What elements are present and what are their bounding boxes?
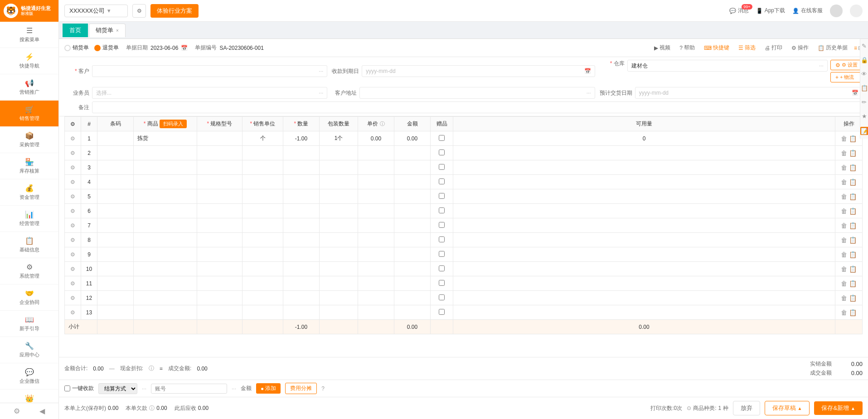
sidebar-item-search[interactable]: ☰ 搜索菜单 <box>0 22 58 48</box>
cell-gift-2[interactable] <box>431 160 453 175</box>
cell-qty-0[interactable]: -1.00 <box>283 131 320 146</box>
scan-button[interactable]: 扫码录入 <box>160 120 187 128</box>
cell-barcode-7[interactable] <box>97 233 134 247</box>
delete-icon-5[interactable]: 🗑 <box>841 207 847 215</box>
warehouse-input[interactable]: 建材仓 ··· <box>627 60 828 72</box>
copy-icon-10[interactable]: 📋 <box>849 280 857 287</box>
cell-amount-4[interactable] <box>394 189 431 204</box>
cell-qty-8[interactable] <box>283 247 320 262</box>
cell-pkg-qty-11[interactable] <box>320 291 358 305</box>
cell-product-5[interactable] <box>134 204 197 218</box>
cell-unit-6[interactable] <box>242 218 283 233</box>
history-button[interactable]: 📋 历史单据 <box>815 43 850 53</box>
cell-product-1[interactable] <box>134 146 197 160</box>
cell-unit-4[interactable] <box>242 189 283 204</box>
cell-settings-1[interactable]: ⚙ <box>65 146 81 160</box>
cell-pkg-qty-7[interactable] <box>320 233 358 247</box>
delete-icon-1[interactable]: 🗑 <box>841 149 847 157</box>
copy-icon-9[interactable]: 📋 <box>849 265 857 273</box>
sidebar-item-marketing[interactable]: 📢 营销推广 <box>0 74 58 101</box>
cell-unit-2[interactable] <box>242 160 283 175</box>
cell-unit-9[interactable] <box>242 262 283 276</box>
cell-gift-4[interactable] <box>431 189 453 204</box>
due-date-input[interactable]: yyyy-mm-dd 📅 <box>362 65 595 77</box>
cell-price-12[interactable] <box>358 305 394 320</box>
cell-spec-11[interactable] <box>197 291 242 305</box>
trial-button[interactable]: 体验行业方案 <box>150 4 199 18</box>
cell-unit-0[interactable]: 个 <box>242 131 283 146</box>
cell-qty-10[interactable] <box>283 276 320 291</box>
date-calendar-icon[interactable]: 📅 <box>181 45 188 51</box>
tab-home[interactable]: 首页 <box>63 24 88 37</box>
cell-product-7[interactable] <box>134 233 197 247</box>
cell-spec-2[interactable] <box>197 160 242 175</box>
delete-icon-11[interactable]: 🗑 <box>841 294 847 302</box>
cell-barcode-12[interactable] <box>97 305 134 320</box>
cell-product-6[interactable] <box>134 218 197 233</box>
cell-price-2[interactable] <box>358 160 394 175</box>
right-panel-icon-5[interactable]: ✏ <box>862 99 867 106</box>
cell-pkg-qty-0[interactable]: 1个 <box>320 131 358 146</box>
cell-unit-1[interactable] <box>242 146 283 160</box>
right-panel-icon-3[interactable]: 👁 <box>861 71 867 77</box>
cell-barcode-3[interactable] <box>97 175 134 189</box>
one-click-payment-checkbox[interactable]: 一键收款 <box>64 385 94 392</box>
cell-qty-4[interactable] <box>283 189 320 204</box>
sidebar-item-apps[interactable]: 🔧 应用中心 <box>0 337 58 363</box>
cell-pkg-qty-3[interactable] <box>320 175 358 189</box>
cell-pkg-qty-5[interactable] <box>320 204 358 218</box>
cell-product-2[interactable] <box>134 160 197 175</box>
cell-gift-6[interactable] <box>431 218 453 233</box>
cell-price-5[interactable] <box>358 204 394 218</box>
messages-button[interactable]: 💬 消息 99+ <box>729 7 749 14</box>
collapse-icon[interactable]: ◀ <box>39 407 45 415</box>
copy-icon-12[interactable]: 📋 <box>849 309 857 316</box>
help-button[interactable]: ? 帮助 <box>677 43 698 53</box>
cell-price-0[interactable]: 0.00 <box>358 131 394 146</box>
cell-amount-6[interactable] <box>394 218 431 233</box>
cell-unit-10[interactable] <box>242 276 283 291</box>
cell-spec-0[interactable] <box>197 131 242 146</box>
sidebar-item-wechat[interactable]: 💬 企业微信 <box>0 363 58 390</box>
cell-product-3[interactable] <box>134 175 197 189</box>
sidebar-item-system[interactable]: ⚙ 系统管理 <box>0 258 58 284</box>
save-draft-button[interactable]: 保存草稿 ▲ <box>765 401 810 415</box>
cell-gift-9[interactable] <box>431 262 453 276</box>
cell-product-11[interactable] <box>134 291 197 305</box>
add-payment-button[interactable]: ● 添加 <box>256 383 281 394</box>
cell-settings-0[interactable]: ⚙ <box>65 131 81 146</box>
cell-pkg-qty-6[interactable] <box>320 218 358 233</box>
shortcut-button[interactable]: ⌨ 快捷键 <box>701 43 732 53</box>
salesperson-input[interactable]: 选择... ··· <box>92 87 327 99</box>
cell-price-4[interactable] <box>358 189 394 204</box>
cell-price-8[interactable] <box>358 247 394 262</box>
video-button[interactable]: ▶ 视频 <box>651 43 673 53</box>
delete-icon-8[interactable]: 🗑 <box>841 251 847 258</box>
cell-product-8[interactable] <box>134 247 197 262</box>
copy-icon-8[interactable]: 📋 <box>849 251 857 258</box>
cell-price-6[interactable] <box>358 218 394 233</box>
right-panel-icon-7[interactable]: 📝 <box>860 127 868 135</box>
cell-gift-7[interactable] <box>431 233 453 247</box>
delete-icon-4[interactable]: 🗑 <box>841 193 847 200</box>
cell-qty-3[interactable] <box>283 175 320 189</box>
company-selector[interactable]: XXXXXX公司 ▾ <box>64 5 128 17</box>
cell-price-11[interactable] <box>358 291 394 305</box>
delete-icon-10[interactable]: 🗑 <box>841 280 847 287</box>
cell-pkg-qty-2[interactable] <box>320 160 358 175</box>
deficit-info-icon[interactable]: ⓘ <box>149 405 155 412</box>
sidebar-item-purchase[interactable]: 📦 采购管理 <box>0 127 58 153</box>
cell-barcode-5[interactable] <box>97 204 134 218</box>
cell-gift-10[interactable] <box>431 276 453 291</box>
payment-help-icon[interactable]: ? <box>321 385 325 392</box>
cell-gift-5[interactable] <box>431 204 453 218</box>
cell-barcode-4[interactable] <box>97 189 134 204</box>
cell-amount-8[interactable] <box>394 247 431 262</box>
cell-spec-4[interactable] <box>197 189 242 204</box>
cell-unit-7[interactable] <box>242 233 283 247</box>
cell-qty-6[interactable] <box>283 218 320 233</box>
copy-icon-2[interactable]: 📋 <box>849 164 857 171</box>
cell-product-0[interactable]: 拣货 <box>134 131 197 146</box>
app-download-button[interactable]: 📱 App下载 <box>756 7 785 14</box>
sidebar-item-guide[interactable]: 📖 新手引导 <box>0 311 58 337</box>
